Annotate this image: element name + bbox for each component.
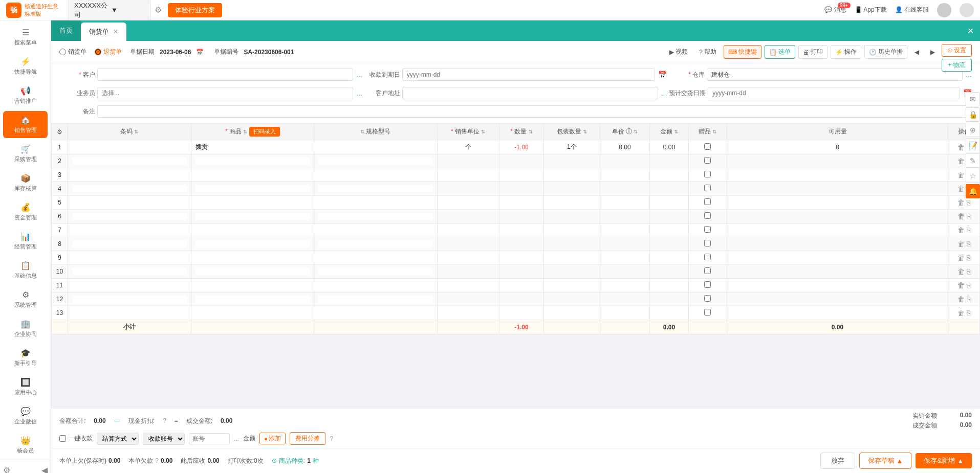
delete-row-icon[interactable]: 🗑 [957, 212, 965, 220]
row-barcode[interactable] [68, 306, 191, 320]
row-gift[interactable] [688, 237, 727, 251]
row-amount[interactable]: 0.00 [650, 140, 688, 154]
row-gift[interactable] [688, 251, 727, 265]
print-btn[interactable]: 🖨 打印 [798, 45, 827, 59]
sidebar-item-sales[interactable]: 🏠 销售管理 [3, 111, 48, 138]
warehouse-input[interactable] [707, 69, 963, 81]
row-price[interactable] [600, 237, 649, 251]
shortcuts-btn[interactable]: ⌨ 快捷键 [724, 45, 761, 59]
online-service-btn[interactable]: 👤 在线客服 [895, 6, 929, 14]
sidebar-item-shortcut[interactable]: ⚡ 快捷导航 [3, 53, 48, 80]
row-product[interactable] [191, 223, 314, 237]
row-unit[interactable] [437, 306, 499, 320]
row-amount[interactable] [650, 265, 688, 279]
avatar[interactable] [937, 3, 951, 17]
row-amount[interactable] [650, 292, 688, 306]
row-price[interactable] [600, 251, 649, 265]
float-notify-btn[interactable]: 🔔 [966, 184, 980, 198]
save-new-button[interactable]: 保存&新增 ▲ [916, 453, 972, 468]
radio-sale-order[interactable]: 销货单 [59, 48, 86, 56]
help-short-icon[interactable]: ? [155, 457, 159, 464]
row-gift[interactable] [688, 265, 727, 279]
row-barcode[interactable] [68, 210, 191, 223]
sidebar-item-operations[interactable]: 📊 经营管理 [3, 228, 48, 255]
row-barcode[interactable] [68, 196, 191, 210]
help-btn[interactable]: ? 帮助 [695, 46, 721, 58]
row-product[interactable] [191, 306, 314, 320]
row-amount[interactable] [650, 168, 688, 182]
row-unit[interactable] [437, 279, 499, 292]
row-product[interactable] [191, 182, 314, 196]
row-product[interactable] [191, 292, 314, 306]
sidebar-gear-icon[interactable]: ⚙ [3, 465, 10, 473]
expected-date-input[interactable] [708, 87, 960, 99]
row-unit[interactable] [437, 182, 499, 196]
row-unit[interactable] [437, 292, 499, 306]
account-select[interactable]: 收款账号 [143, 433, 185, 445]
float-note-btn[interactable]: 📝 [966, 138, 980, 152]
customer-addr-input[interactable] [402, 87, 658, 99]
scan-barcode-button[interactable]: 扫码录入 [249, 127, 280, 137]
row-price[interactable]: 0.00 [600, 140, 649, 154]
row-qty[interactable] [499, 237, 543, 251]
delete-row-icon[interactable]: 🗑 [957, 143, 965, 151]
delete-row-icon[interactable]: 🗑 [957, 198, 965, 207]
row-gift[interactable] [688, 140, 727, 154]
sidebar-item-enterprise[interactable]: 🏢 企业协同 [3, 315, 48, 342]
copy-row-icon[interactable]: ⎘ [967, 212, 971, 220]
sidebar-item-member[interactable]: 👑 畅会员 [3, 432, 48, 459]
row-unit[interactable] [437, 251, 499, 265]
sidebar-item-search[interactable]: ☰ 搜索菜单 [3, 24, 48, 51]
delete-row-icon[interactable]: 🗑 [957, 226, 965, 234]
sidebar-item-purchase[interactable]: 🛒 采购管理 [3, 140, 48, 167]
row-price[interactable] [600, 223, 649, 237]
float-lock-btn[interactable]: 🔒 [966, 107, 980, 122]
copy-row-icon[interactable]: ⎘ [967, 295, 971, 303]
row-spec[interactable] [314, 279, 438, 292]
warehouse-picker-icon[interactable]: ... [966, 71, 972, 79]
float-msg-btn[interactable]: ✉ [966, 92, 980, 106]
sidebar-item-wechat[interactable]: 💬 企业微信 [3, 402, 48, 430]
sidebar-item-system[interactable]: ⚙ 系统管理 [3, 286, 48, 313]
sidebar-item-guide[interactable]: 🎓 新手引导 [3, 344, 48, 371]
product-type-stat[interactable]: ⊙ 商品种类: 1 种 [272, 457, 319, 465]
copy-row-icon[interactable]: ⎘ [967, 198, 971, 207]
history-btn[interactable]: 🕐 历史单据 [864, 45, 907, 59]
row-amount[interactable] [650, 279, 688, 292]
delete-row-icon[interactable]: 🗑 [957, 157, 965, 165]
video-btn[interactable]: ▶ 视频 [665, 46, 692, 58]
row-barcode[interactable] [68, 279, 191, 292]
close-all-tabs-icon[interactable]: ✕ [967, 26, 974, 36]
row-amount[interactable] [650, 182, 688, 196]
row-product[interactable] [191, 237, 314, 251]
row-gift[interactable] [688, 154, 727, 168]
row-price[interactable] [600, 182, 649, 196]
add-payment-btn[interactable]: ● 添加 [259, 433, 286, 444]
row-product[interactable] [191, 154, 314, 168]
row-spec[interactable] [314, 154, 438, 168]
row-qty[interactable] [499, 223, 543, 237]
delete-row-icon[interactable]: 🗑 [957, 267, 965, 276]
row-amount[interactable] [650, 196, 688, 210]
delete-row-icon[interactable]: 🗑 [957, 295, 965, 303]
row-barcode[interactable] [68, 223, 191, 237]
account-input[interactable] [189, 433, 230, 444]
copy-row-icon[interactable]: ⎘ [967, 240, 971, 248]
salesman-picker-icon[interactable]: ... [356, 89, 362, 97]
row-spec[interactable] [314, 210, 438, 223]
copy-row-icon[interactable]: ⎘ [967, 309, 971, 317]
row-pack-qty[interactable] [543, 292, 600, 306]
row-unit[interactable]: 个 [437, 140, 499, 154]
operate-btn[interactable]: ⚡ 操作 [831, 45, 861, 59]
row-spec[interactable] [314, 237, 438, 251]
help-icon[interactable]: ? [163, 417, 166, 424]
delete-row-icon[interactable]: 🗑 [957, 281, 965, 289]
float-edit-btn[interactable]: ✎ [966, 153, 980, 168]
delete-row-icon[interactable]: 🗑 [957, 240, 965, 248]
row-product[interactable] [191, 168, 314, 182]
row-pack-qty[interactable]: 1个 [543, 140, 600, 154]
row-pack-qty[interactable] [543, 279, 600, 292]
row-spec[interactable] [314, 292, 438, 306]
float-star-btn[interactable]: ☆ [966, 169, 980, 183]
row-pack-qty[interactable] [543, 237, 600, 251]
